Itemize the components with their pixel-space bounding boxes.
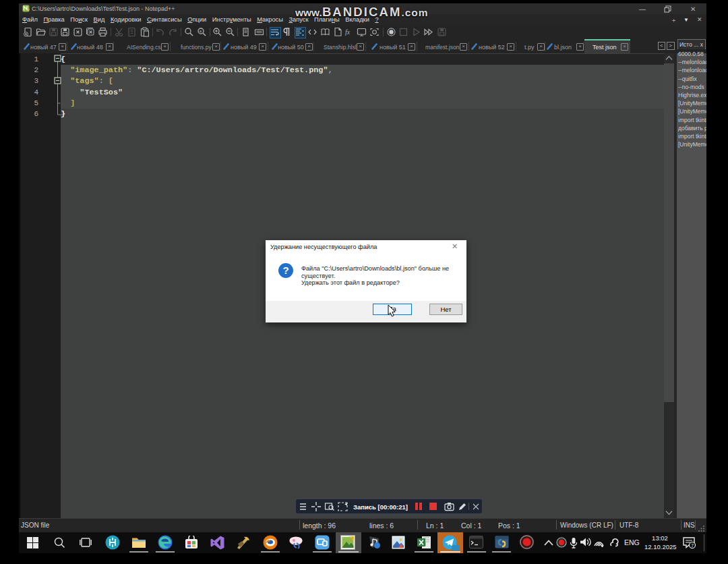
svg-text:fx: fx bbox=[345, 28, 351, 36]
svg-text:7: 7 bbox=[691, 543, 694, 548]
svg-text:a: a bbox=[199, 29, 202, 33]
